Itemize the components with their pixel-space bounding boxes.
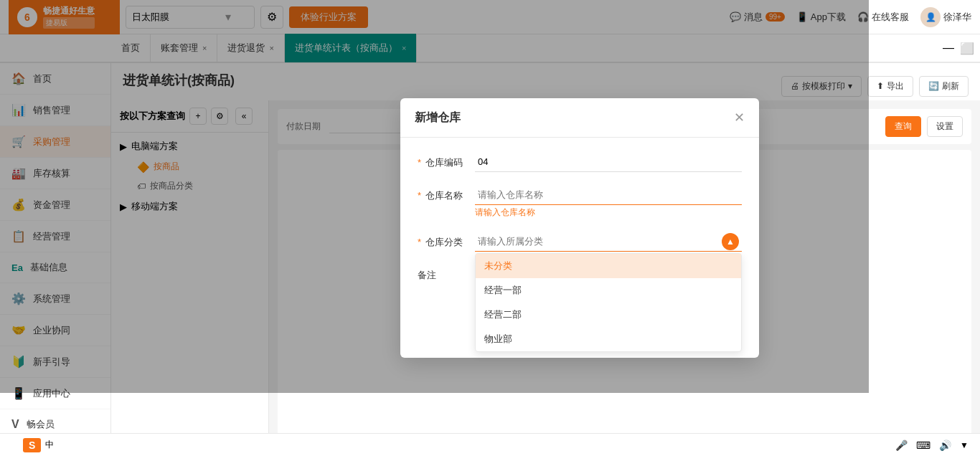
code-input[interactable] [475,152,742,172]
code-required-mark: * [418,157,421,168]
name-label: * 仓库名称 [418,185,475,202]
name-error-msg: 请输入仓库名称 [475,206,742,219]
code-field-row: * 仓库编码 [418,152,742,172]
modal-wrapper: 新增仓库 ✕ * 仓库编码 * 仓库名称 请输入仓库名称 [0,0,980,456]
category-dropdown-arrow[interactable]: ▲ [722,233,739,250]
category-option-operations2[interactable]: 经营二部 [476,303,741,327]
code-label: * 仓库编码 [418,152,475,169]
name-field-wrap: 请输入仓库名称 [475,185,742,219]
modal-header: 新增仓库 ✕ [400,98,759,138]
category-input[interactable] [475,232,742,252]
name-required-mark: * [418,190,421,201]
modal-close-btn[interactable]: ✕ [734,110,745,125]
new-warehouse-modal: 新增仓库 ✕ * 仓库编码 * 仓库名称 请输入仓库名称 [400,98,759,358]
modal-body: * 仓库编码 * 仓库名称 请输入仓库名称 * [400,138,759,312]
category-required-mark: * [418,237,421,247]
category-dropdown-list: 未分类 经营一部 经营二部 物业部 [475,253,742,352]
note-label: 备注 [418,265,475,282]
chevron-up-icon: ▲ [726,237,735,247]
modal-title: 新增仓库 [415,110,461,125]
category-option-uncategorized[interactable]: 未分类 [476,254,741,278]
category-option-operations1[interactable]: 经营一部 [476,278,741,303]
category-label: * 仓库分类 [418,232,475,249]
category-option-property[interactable]: 物业部 [476,327,741,351]
name-input[interactable] [475,185,742,205]
category-field-row: * 仓库分类 ▲ 未分类 经营一部 经营二部 物业部 [418,232,742,252]
name-field-row: * 仓库名称 请输入仓库名称 [418,185,742,219]
category-dropdown: ▲ 未分类 经营一部 经营二部 物业部 [475,232,742,252]
